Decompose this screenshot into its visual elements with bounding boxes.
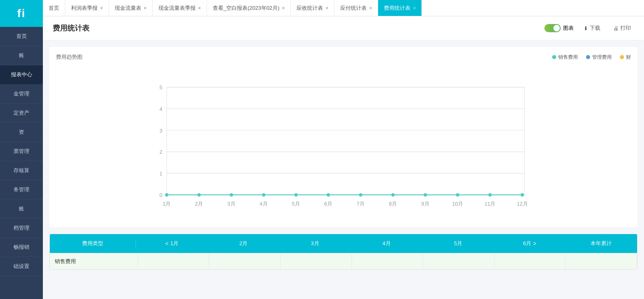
tab-receivable[interactable]: 应收统计表 × <box>291 0 334 16</box>
svg-text:11月: 11月 <box>484 201 495 207</box>
td-m1-0 <box>138 253 209 269</box>
th-m6: 6月 > <box>494 240 566 247</box>
svg-point-14 <box>197 193 201 196</box>
tab-home[interactable]: 首页 <box>43 0 65 16</box>
td-type-0: 销售费用 <box>50 253 138 269</box>
download-button[interactable]: ⬇ 下载 <box>580 23 604 33</box>
page-header: 费用统计表 图表 ⬇ 下载 🖨 打印 <box>43 16 644 40</box>
download-icon: ⬇ <box>584 25 588 31</box>
sidebar-item-home[interactable]: 首页 <box>0 27 43 46</box>
svg-text:5月: 5月 <box>292 201 300 207</box>
svg-point-20 <box>391 193 394 196</box>
sidebar-item-account[interactable]: 账 <box>0 46 43 65</box>
svg-point-19 <box>359 193 362 196</box>
svg-point-24 <box>521 193 524 196</box>
sidebar-item-file[interactable]: 档管理 <box>0 219 43 238</box>
page-title: 费用统计表 <box>53 23 89 33</box>
chart-legend: 销售费用 管理费用 财 <box>552 54 631 61</box>
th-m3: 3月 <box>279 240 351 247</box>
svg-text:4: 4 <box>160 106 163 112</box>
tab-expense-stats[interactable]: 费用统计表 × <box>378 0 422 16</box>
tab-cashflow-quarterly[interactable]: 现金流量表季报 × <box>153 0 207 16</box>
svg-text:12月: 12月 <box>517 201 528 207</box>
chart-container: 0 1 2 3 4 5 <box>56 66 631 221</box>
chart-svg: 0 1 2 3 4 5 <box>56 66 631 221</box>
th-m4: 4月 <box>351 240 422 247</box>
tab-close-receivable[interactable]: × <box>325 5 328 11</box>
tab-blank-report[interactable]: 查看_空白报表(2023年02月) × <box>207 0 291 16</box>
svg-text:1: 1 <box>160 171 163 177</box>
sidebar-item-invoice[interactable]: 票管理 <box>0 142 43 161</box>
tab-cashflow[interactable]: 现金流量表 × <box>109 0 153 16</box>
sidebar-item-accounts[interactable]: 账 <box>0 199 43 219</box>
sidebar-item-clearance[interactable]: 畅报销 <box>0 238 43 257</box>
nav-prev-arrow[interactable]: < <box>165 240 169 247</box>
svg-point-22 <box>456 193 459 196</box>
expense-table: 费用类型 < 1月 2月 3月 4月 5月 6月 > 本年累计 销售费用 <box>49 234 637 270</box>
chart-toggle-wrapper: 图表 <box>544 24 574 32</box>
svg-point-17 <box>294 193 298 196</box>
th-type: 费用类型 <box>50 240 136 247</box>
sidebar-item-fixed-assets[interactable]: 定资产 <box>0 104 43 123</box>
th-m5: 5月 <box>422 240 494 247</box>
svg-point-13 <box>165 193 168 196</box>
svg-text:4月: 4月 <box>260 201 268 207</box>
legend-label-sales: 销售费用 <box>558 54 578 61</box>
svg-text:6月: 6月 <box>324 201 332 207</box>
page-actions: 图表 ⬇ 下载 🖨 打印 <box>544 23 634 33</box>
sidebar-item-report-center[interactable]: 报表中心 <box>0 65 43 84</box>
td-m4-0 <box>352 253 423 269</box>
sidebar-logo: fi <box>0 0 43 27</box>
svg-point-21 <box>423 193 427 196</box>
svg-text:9月: 9月 <box>421 201 430 207</box>
print-button[interactable]: 🖨 打印 <box>610 23 634 33</box>
sidebar: fi 首页 账 报表中心 金管理 定资产 资 票管理 存核算 务管理 账 档管理… <box>0 0 43 299</box>
td-m6-0 <box>495 253 566 269</box>
tab-close-expense-stats[interactable]: × <box>413 5 416 11</box>
legend-finance: 财 <box>620 54 631 61</box>
table-header: 费用类型 < 1月 2月 3月 4月 5月 6月 > 本年累计 <box>50 234 637 253</box>
tab-close-profit-quarterly[interactable]: × <box>100 5 103 11</box>
tabs-bar: 首页 利润表季报 × 现金流量表 × 现金流量表季报 × 查看_空白报表(202… <box>43 0 644 16</box>
sidebar-item-business[interactable]: 务管理 <box>0 180 43 199</box>
chart-header: 费用趋势图 销售费用 管理费用 财 <box>56 53 631 61</box>
chart-toggle[interactable] <box>544 24 561 32</box>
legend-dot-sales <box>552 55 556 59</box>
svg-text:2月: 2月 <box>195 201 203 207</box>
table-row: 销售费用 <box>50 253 637 269</box>
svg-text:10月: 10月 <box>452 201 463 207</box>
print-icon: 🖨 <box>613 25 619 31</box>
svg-point-16 <box>262 193 265 196</box>
nav-next-arrow[interactable]: > <box>533 240 536 247</box>
svg-rect-12 <box>167 87 524 195</box>
page-content: 费用统计表 图表 ⬇ 下载 🖨 打印 费用趋势图 <box>43 16 644 299</box>
svg-point-15 <box>230 193 233 196</box>
tab-close-blank-report[interactable]: × <box>282 5 285 11</box>
legend-sales: 销售费用 <box>552 54 578 61</box>
svg-text:8月: 8月 <box>389 201 397 207</box>
svg-text:1月: 1月 <box>163 201 171 207</box>
legend-label-finance: 财 <box>626 54 631 61</box>
td-m3-0 <box>281 253 352 269</box>
th-ytd: 本年累计 <box>566 240 637 247</box>
legend-admin: 管理费用 <box>586 54 612 61</box>
tab-close-payable[interactable]: × <box>369 5 372 11</box>
legend-dot-admin <box>586 55 590 59</box>
th-m1: < 1月 <box>136 240 207 247</box>
svg-text:7月: 7月 <box>357 201 365 207</box>
sidebar-item-settings[interactable]: 础设置 <box>0 257 43 276</box>
tab-profit-quarterly[interactable]: 利润表季报 × <box>65 0 109 16</box>
sidebar-item-inventory[interactable]: 存核算 <box>0 161 43 180</box>
sidebar-item-fund-mgmt[interactable]: 金管理 <box>0 84 43 104</box>
td-m2-0 <box>209 253 281 269</box>
legend-dot-finance <box>620 55 624 59</box>
th-m2: 2月 <box>208 240 279 247</box>
svg-point-23 <box>488 193 492 196</box>
chart-title: 费用趋势图 <box>56 53 82 61</box>
svg-text:3: 3 <box>160 128 163 134</box>
tab-close-cashflow-quarterly[interactable]: × <box>198 5 201 11</box>
svg-text:2: 2 <box>160 149 163 155</box>
tab-close-cashflow[interactable]: × <box>144 5 147 11</box>
tab-payable[interactable]: 应付统计表 × <box>334 0 378 16</box>
sidebar-item-resource[interactable]: 资 <box>0 123 43 142</box>
